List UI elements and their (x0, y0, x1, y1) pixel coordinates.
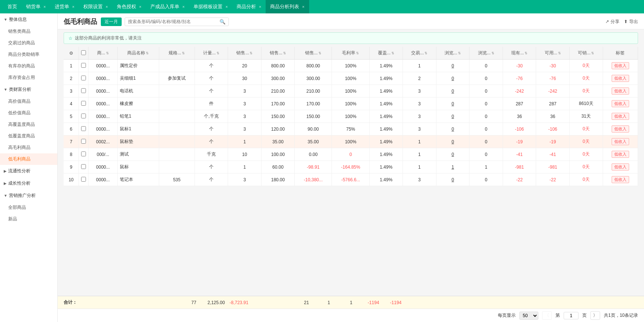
cell-checkbox[interactable] (79, 161, 89, 173)
nav-item-home[interactable]: 首页 (3, 0, 22, 13)
cell-name[interactable]: 测试 (118, 148, 159, 161)
view1-link[interactable]: 0 (452, 127, 454, 132)
row-checkbox[interactable] (81, 88, 86, 93)
nav-item-template[interactable]: 单据模板设置 × (189, 0, 232, 13)
sidebar-item-traded-goods[interactable]: 交易过的商品 (0, 37, 57, 49)
col-spec-header[interactable]: 规格...⇅ (159, 47, 195, 60)
cell-checkbox[interactable] (79, 136, 89, 148)
cell-view1[interactable]: 1 (436, 161, 470, 173)
sidebar-item-low-coverage[interactable]: 低覆盖度商品 (0, 130, 57, 142)
cell-name[interactable]: 鼠标 (118, 161, 159, 173)
cell-checkbox[interactable] (79, 148, 89, 161)
sidebar-group-growth[interactable]: ▶ 成长性分析 (0, 177, 57, 189)
cell-view1[interactable]: 0 (436, 110, 470, 123)
col-code-header[interactable]: 商...⇅ (89, 47, 118, 60)
cell-checkbox[interactable] (79, 173, 89, 186)
view1-link[interactable]: 0 (452, 114, 454, 119)
close-sales-icon[interactable]: × (44, 4, 46, 9)
col-view2-header[interactable]: 浏览...⇅ (470, 47, 503, 60)
cell-name[interactable]: 电话机 (118, 85, 159, 98)
cell-checkbox[interactable] (79, 85, 89, 98)
cell-view1[interactable]: 0 (436, 173, 470, 186)
row-checkbox[interactable] (81, 164, 86, 169)
cell-view1[interactable]: 0 (436, 85, 470, 98)
cell-checkbox[interactable] (79, 110, 89, 123)
col-settings[interactable]: ⚙ (64, 47, 79, 60)
nav-item-roles[interactable]: 角色授权 × (112, 0, 146, 13)
close-roles-icon[interactable]: × (139, 4, 141, 9)
cell-view1[interactable]: 0 (436, 148, 470, 161)
cell-name[interactable]: 橡皮擦 (118, 98, 159, 110)
cell-name[interactable]: 属性定价 (118, 60, 159, 72)
row-checkbox[interactable] (81, 177, 86, 182)
view1-link[interactable]: 0 (452, 101, 454, 106)
close-analysis-list-icon[interactable]: × (302, 4, 304, 9)
close-product-entry-icon[interactable]: × (182, 4, 185, 9)
cell-view1[interactable]: 0 (436, 136, 470, 148)
view1-link[interactable]: 0 (452, 63, 454, 68)
cell-checkbox[interactable] (79, 123, 89, 136)
col-margin-header[interactable]: 毛利率⇅ (332, 47, 369, 60)
cell-checkbox[interactable] (79, 98, 89, 110)
search-input[interactable] (128, 19, 218, 24)
sidebar-item-sales-goods[interactable]: 销售类商品 (0, 26, 57, 37)
page-size-select[interactable]: 50 100 200 (519, 312, 538, 320)
sidebar-group-overall[interactable]: ▼ 整体信息 (0, 13, 57, 26)
nav-item-product-entry[interactable]: 产成品入库单 × (146, 0, 189, 13)
nav-item-permissions[interactable]: 权限设置 × (79, 0, 112, 13)
col-coverage-header[interactable]: 覆盖...⇅ (369, 47, 403, 60)
prev-page-button[interactable]: 〈 (542, 311, 552, 320)
page-number-input[interactable] (564, 312, 579, 319)
cell-name[interactable]: 吴细细1 (118, 72, 159, 85)
cell-view1[interactable]: 0 (436, 98, 470, 110)
col-sales2-header[interactable]: 销售...⇅ (261, 47, 295, 60)
row-checkbox[interactable] (81, 126, 86, 131)
select-all-checkbox[interactable] (81, 50, 86, 55)
col-sales3-header[interactable]: 销售...⇅ (295, 47, 332, 60)
row-checkbox[interactable] (81, 139, 86, 144)
sidebar-item-all-goods[interactable]: 全部商品 (0, 202, 57, 213)
col-current-header[interactable]: 现有...⇅ (503, 47, 536, 60)
col-checkbox[interactable] (79, 47, 89, 60)
cell-checkbox[interactable] (79, 60, 89, 72)
sidebar-item-high-margin[interactable]: 高毛利商品 (0, 142, 57, 153)
close-purchase-icon[interactable]: × (72, 4, 74, 9)
sidebar-item-category-rate[interactable]: 商品分类助销率 (0, 49, 57, 60)
nav-item-purchase[interactable]: 进货单 × (50, 0, 79, 13)
cell-name[interactable]: 铅笔1 (118, 110, 159, 123)
col-name-header[interactable]: 商品名称⇅ (118, 47, 159, 60)
sidebar-item-new-goods[interactable]: 新品 (0, 213, 57, 225)
cell-checkbox[interactable] (79, 72, 89, 85)
sidebar-item-stock-capital[interactable]: 库存资金占用 (0, 72, 57, 83)
sidebar-group-wealth[interactable]: ▼ 类财富分析 (0, 83, 57, 96)
nav-item-sales[interactable]: 销货单 × (22, 0, 50, 13)
view1-link[interactable]: 0 (452, 139, 454, 144)
sidebar-item-high-value[interactable]: 高价值商品 (0, 96, 57, 107)
search-icon[interactable]: 🔍 (220, 19, 225, 25)
next-page-button[interactable]: 〉 (590, 311, 600, 320)
row-checkbox[interactable] (81, 101, 86, 106)
view1-link[interactable]: 0 (452, 152, 454, 157)
col-trade-header[interactable]: 交易...⇅ (403, 47, 436, 60)
view1-link[interactable]: 1 (452, 165, 454, 170)
cell-name[interactable]: 笔记本 (118, 173, 159, 186)
col-available-header[interactable]: 可用...⇅ (536, 47, 570, 60)
sidebar-item-low-value[interactable]: 低价值商品 (0, 107, 57, 119)
view1-link[interactable]: 0 (452, 89, 454, 94)
export-button[interactable]: ⬆ 导出 (624, 19, 638, 25)
sidebar-group-circulation[interactable]: ▶ 流通性分析 (0, 165, 57, 177)
col-sales1-header[interactable]: 销售...⇅ (228, 47, 262, 60)
row-checkbox[interactable] (81, 114, 86, 118)
cell-name[interactable]: 鼠标1 (118, 123, 159, 136)
view1-link[interactable]: 0 (452, 76, 454, 81)
sidebar-item-low-margin[interactable]: 低毛利商品 (0, 153, 57, 165)
col-sellable-header[interactable]: 可销...⇅ (570, 47, 603, 60)
cell-name[interactable]: 鼠标垫 (118, 136, 159, 148)
row-checkbox[interactable] (81, 63, 86, 68)
nav-item-analysis[interactable]: 商品分析 × (232, 0, 266, 13)
cell-view1[interactable]: 0 (436, 72, 470, 85)
col-unit-header[interactable]: 计量...⇅ (195, 47, 228, 60)
share-button[interactable]: ↗ 分享 (605, 19, 619, 25)
close-permissions-icon[interactable]: × (106, 4, 108, 9)
row-checkbox[interactable] (81, 76, 86, 80)
